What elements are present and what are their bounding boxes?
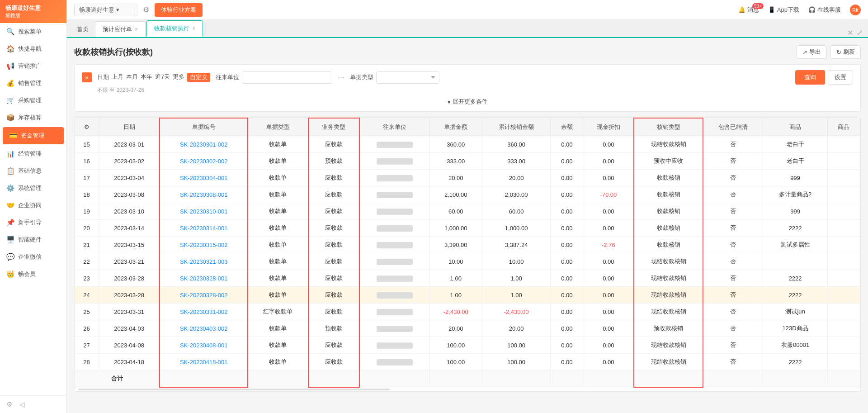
sidebar-item-hardware[interactable]: 🖥️智能硬件: [0, 231, 66, 248]
th-cash-discount: 现金折扣: [583, 118, 634, 136]
td-goods: 123D商品: [763, 320, 828, 337]
tab-collection[interactable]: 收款核销执行 ×: [146, 20, 203, 37]
table-row: 18 2023-03-08 SK-20230308-001 收款单 应收款 2,…: [75, 186, 860, 203]
td-date: 2023-03-31: [99, 304, 160, 320]
service-item[interactable]: 🎧 在线客服: [808, 6, 841, 14]
th-doc-type: 单据类型: [248, 118, 308, 136]
th-include-settled: 包含已结清: [703, 118, 763, 136]
partner-input[interactable]: [242, 71, 332, 84]
footer-partner: [359, 370, 429, 387]
sidebar-item-wechat[interactable]: 💬企业微信: [0, 248, 66, 266]
td-biz-type: 应收款: [308, 220, 359, 237]
masked-partner: [377, 158, 413, 165]
masked-partner: [377, 242, 413, 248]
td-include-settled: 否: [703, 337, 763, 354]
basic-label: 基础信息: [18, 167, 42, 175]
this-year-btn[interactable]: 本年: [141, 73, 152, 82]
order-num-link[interactable]: SK-20230418-001: [180, 359, 228, 366]
masked-partner: [377, 225, 413, 232]
td-partner: [359, 320, 429, 337]
query-btn[interactable]: 查询: [795, 70, 825, 85]
order-num-link[interactable]: SK-20230328-001: [180, 275, 228, 282]
sidebar-item-finance[interactable]: 💳资金管理: [3, 127, 64, 144]
th-gear[interactable]: ⚙: [75, 118, 99, 136]
tab-home[interactable]: 首页: [71, 22, 95, 37]
tab-prepay[interactable]: 预计应付单 ×: [95, 21, 146, 37]
order-num-link[interactable]: SK-20230408-001: [180, 342, 228, 349]
td-doc-type: 收款单: [248, 170, 308, 186]
export-btn[interactable]: ↗ 导出: [797, 45, 827, 59]
td-no: 21: [75, 237, 99, 253]
maximize-icon[interactable]: ⤢: [857, 28, 863, 37]
td-cash-discount: 0.00: [583, 136, 634, 153]
sidebar-item-member[interactable]: 👑畅会员: [0, 266, 66, 283]
last-month-btn[interactable]: 上月: [112, 73, 123, 82]
settings-footer-icon[interactable]: ⚙: [6, 400, 12, 408]
topbar: 畅康道好生意 ▾ ⚙ 体验行业方案 🔔 消息 99+ 📱 App下载 🎧 在线客…: [67, 0, 868, 20]
sidebar-item-operation[interactable]: 📊经营管理: [0, 145, 66, 162]
order-num-link[interactable]: SK-20230315-002: [180, 242, 228, 248]
sidebar-item-guide[interactable]: 📌新手引导: [0, 214, 66, 231]
td-include-settled: 否: [703, 220, 763, 237]
order-num-link[interactable]: SK-20230321-003: [180, 258, 228, 265]
masked-partner: [377, 326, 413, 332]
td-goods: 老白干: [763, 153, 828, 170]
td-partner: [359, 136, 429, 153]
order-num-link[interactable]: SK-20230331-002: [180, 309, 228, 315]
sidebar-item-marketing[interactable]: 📢营销推广: [0, 57, 66, 75]
td-balance: 0.00: [551, 170, 583, 186]
sidebar-item-system[interactable]: ⚙️系统管理: [0, 180, 66, 197]
inventory-label: 库存核算: [18, 114, 42, 122]
close-window-icon[interactable]: ✕: [847, 28, 853, 37]
td-cancel-type: 收款核销: [634, 220, 703, 237]
filter-toggle-btn[interactable]: »: [82, 72, 92, 82]
sidebar-item-purchase[interactable]: 🛒采购管理: [0, 92, 66, 109]
solution-btn[interactable]: 体验行业方案: [155, 3, 203, 17]
app-download-item[interactable]: 📱 App下载: [768, 6, 799, 14]
more-btn[interactable]: 更多: [173, 73, 184, 82]
last7-btn[interactable]: 近7天: [155, 73, 170, 82]
footer-biz-type: [308, 370, 359, 387]
sidebar-item-sales[interactable]: 💰销售管理: [0, 75, 66, 92]
settings-btn[interactable]: 设置: [828, 70, 853, 85]
order-num-link[interactable]: SK-20230403-002: [180, 325, 228, 332]
td-balance: 0.00: [551, 304, 583, 320]
order-num-link[interactable]: SK-20230314-001: [180, 225, 228, 232]
company-selector[interactable]: 畅康道好生意 ▾: [74, 4, 137, 16]
this-month-btn[interactable]: 本月: [126, 73, 138, 82]
sidebar-item-quick-nav[interactable]: 🏠快捷导航: [0, 40, 66, 57]
collapse-footer-icon[interactable]: ◁: [19, 400, 25, 408]
td-cum-cancel: 1.00: [482, 287, 551, 304]
doctype-select[interactable]: [376, 71, 439, 84]
user-item[interactable]: Rit: [850, 5, 861, 15]
message-icon-item[interactable]: 🔔 消息 99+: [738, 6, 759, 14]
order-num-link[interactable]: SK-20230328-002: [180, 292, 228, 299]
masked-partner: [377, 175, 413, 181]
order-num-link[interactable]: SK-20230304-001: [180, 175, 228, 181]
td-goods2: [827, 304, 860, 320]
td-partner: [359, 253, 429, 270]
sidebar-item-enterprise[interactable]: 🤝企业协同: [0, 197, 66, 214]
settings-gear-icon[interactable]: ⚙: [143, 5, 149, 14]
th-cancel-type: 核销类型: [634, 118, 703, 136]
order-num-link[interactable]: SK-20230301-002: [180, 141, 228, 148]
td-order-num: SK-20230304-001: [160, 170, 248, 186]
sidebar-item-search[interactable]: 🔍搜索菜单: [0, 23, 66, 40]
custom-btn[interactable]: 自定义: [187, 73, 210, 82]
expand-more-btn[interactable]: ▾ 展开更多条件: [448, 98, 488, 106]
table-row: 17 2023-03-04 SK-20230304-001 收款单 应收款 20…: [75, 170, 860, 186]
td-cancel-type: 收款核销: [634, 186, 703, 203]
refresh-btn[interactable]: ↻ 刷新: [830, 45, 861, 59]
order-num-link[interactable]: SK-20230302-002: [180, 158, 228, 165]
tab-prepay-close[interactable]: ×: [135, 26, 138, 33]
sidebar-item-basic[interactable]: 📋基础信息: [0, 162, 66, 180]
td-no: 17: [75, 170, 99, 186]
sidebar-item-inventory[interactable]: 📦库存核算: [0, 109, 66, 126]
filter-dots[interactable]: ···: [338, 73, 344, 82]
td-cancel-type: 现结收款核销: [634, 253, 703, 270]
order-num-link[interactable]: SK-20230308-001: [180, 191, 228, 198]
order-num-link[interactable]: SK-20230310-001: [180, 208, 228, 215]
tab-collection-close[interactable]: ×: [192, 25, 195, 32]
td-balance: 0.00: [551, 186, 583, 203]
scrollbar-area[interactable]: [74, 388, 861, 392]
